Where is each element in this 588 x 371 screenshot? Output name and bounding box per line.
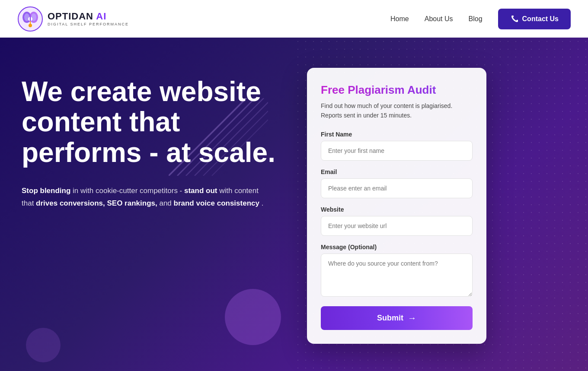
nav-links: Home About Us Blog Contact Us — [390, 9, 571, 29]
circle-decoration-small — [26, 328, 61, 362]
contact-btn-label: Contact Us — [522, 15, 559, 23]
logo-icon — [17, 6, 43, 32]
hero-text-3: and — [159, 199, 173, 207]
website-group: Website — [321, 206, 473, 236]
form-card: Free Plagiarism Audit Find out how much … — [307, 68, 486, 344]
submit-label: Submit — [377, 314, 403, 323]
website-input[interactable] — [321, 216, 473, 236]
first-name-group: First Name — [321, 131, 473, 161]
navbar: OPTIDAN AI DIGITAL SHELF PERFORMANCE Hom… — [0, 0, 588, 38]
svg-point-7 — [29, 24, 32, 27]
arrow-right-icon: → — [408, 313, 416, 323]
contact-us-button[interactable]: Contact Us — [498, 9, 571, 29]
nav-item-about[interactable]: About Us — [425, 15, 453, 23]
hero-headline: We create website content that performs … — [22, 76, 307, 168]
form-title: Free Plagiarism Audit — [321, 83, 473, 97]
form-description: Find out how much of your content is pla… — [321, 101, 473, 120]
logo-text: OPTIDAN AI DIGITAL SHELF PERFORMANCE — [48, 11, 129, 26]
audit-form: First Name Email Website Message (Option… — [321, 131, 473, 330]
hero-body: Stop blending in with cookie-cutter comp… — [22, 185, 264, 210]
hero-bold-4: brand voice consistency — [174, 199, 259, 207]
circle-decoration — [225, 289, 281, 345]
logo-sub-text: DIGITAL SHELF PERFORMANCE — [48, 22, 129, 26]
logo: OPTIDAN AI DIGITAL SHELF PERFORMANCE — [17, 6, 129, 32]
hero-text-4: . — [262, 199, 264, 207]
message-input[interactable] — [321, 254, 473, 297]
email-input[interactable] — [321, 178, 473, 198]
nav-item-blog[interactable]: Blog — [469, 15, 483, 23]
hero-section: We create website content that performs … — [0, 38, 588, 371]
hero-bold-2: stand out — [184, 187, 217, 195]
first-name-label: First Name — [321, 131, 473, 138]
message-label: Message (Optional) — [321, 244, 473, 251]
first-name-input[interactable] — [321, 141, 473, 161]
message-group: Message (Optional) — [321, 244, 473, 298]
submit-button[interactable]: Submit → — [321, 306, 473, 330]
hero-content: We create website content that performs … — [22, 63, 307, 210]
hero-text-1: in with cookie-cutter competitors - — [73, 187, 184, 195]
logo-main-text: OPTIDAN AI — [48, 11, 129, 22]
hero-bold-1: Stop blending — [22, 187, 70, 195]
phone-icon — [510, 15, 519, 23]
email-group: Email — [321, 168, 473, 198]
website-label: Website — [321, 206, 473, 213]
email-label: Email — [321, 168, 473, 175]
hero-bold-3: drives conversions, SEO rankings, — [36, 199, 157, 207]
nav-item-home[interactable]: Home — [390, 15, 409, 23]
